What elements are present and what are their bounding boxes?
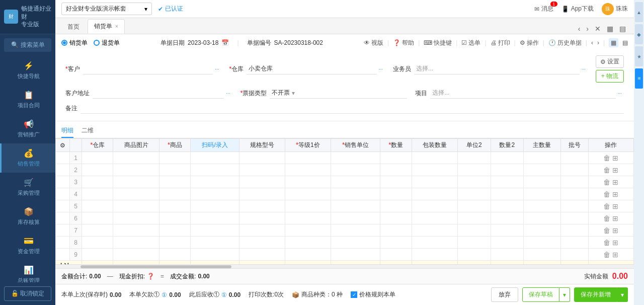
select-button[interactable]: ☑ 选单	[461, 39, 480, 47]
col-warehouse[interactable]: *仓库	[82, 139, 113, 152]
row-import-3[interactable]	[191, 176, 239, 188]
save-draft-dropdown[interactable]: ▾	[559, 287, 570, 302]
right-panel-btn-1[interactable]: ▲	[635, 2, 643, 22]
save-draft-button[interactable]: 保存草稿	[522, 287, 559, 302]
price-check-item[interactable]: ✓ 价格规则本单	[351, 290, 395, 299]
right-panel-btn-4[interactable]: ≡	[635, 68, 643, 89]
row-import-4[interactable]	[191, 188, 239, 200]
tab-expand-button[interactable]: ▤	[617, 24, 628, 34]
message-button[interactable]: ✉ 1 消息	[534, 5, 553, 13]
search-menu-button[interactable]: 🔍 搜索菜单	[4, 38, 51, 52]
row-product-1[interactable]	[159, 152, 190, 164]
calendar-icon[interactable]: 📅	[221, 39, 229, 46]
col-settings[interactable]: ⚙	[56, 139, 70, 152]
row-warehouse-8[interactable]	[82, 237, 113, 249]
row-warehouse-7[interactable]	[82, 224, 113, 237]
row-delete-icon-3[interactable]: 🗑	[603, 178, 610, 186]
row-product-4[interactable]	[159, 188, 190, 200]
warehouse-select-icon[interactable]: ···	[377, 66, 385, 72]
sidebar-item-inventory[interactable]: 📦库存核算	[0, 202, 55, 231]
help-button[interactable]: ❓ 帮助	[393, 39, 414, 47]
app-download-button[interactable]: 📱 App下载	[561, 5, 594, 13]
sidebar-item-project[interactable]: 📋项目合同	[0, 85, 55, 114]
row-qty-7[interactable]	[380, 224, 412, 237]
row-product-6[interactable]	[159, 212, 190, 224]
tab-home[interactable]: 首页	[61, 20, 86, 34]
warehouse-input[interactable]: 小卖仓库	[247, 63, 377, 74]
sidebar-item-accounting[interactable]: 📊总账管理	[0, 260, 55, 282]
col-sale-unit[interactable]: *销售单位	[331, 139, 380, 152]
row-product-3[interactable]	[159, 176, 190, 188]
row-warehouse-2[interactable]	[82, 164, 113, 176]
history-button[interactable]: 🕐 历史单据	[548, 39, 582, 47]
company-selector[interactable]: 好业财专业版演示帐套 ▾	[61, 3, 152, 15]
row-delete-icon-6[interactable]: 🗑	[603, 214, 610, 222]
row-product-7[interactable]	[159, 224, 190, 237]
row-warehouse-9[interactable]	[82, 249, 113, 261]
row-warehouse-6[interactable]	[82, 212, 113, 224]
row-copy-icon-3[interactable]: ⊞	[612, 178, 618, 186]
col-batch-import[interactable]: 扫码/录入	[191, 139, 239, 152]
row-copy-icon-2[interactable]: ⊞	[612, 166, 618, 174]
salesperson-select-icon[interactable]: ···	[580, 66, 588, 72]
col-quantity[interactable]: *数量	[380, 139, 412, 152]
row-copy-icon-8[interactable]: ⊞	[612, 239, 618, 247]
row-import-5[interactable]	[191, 200, 239, 212]
row-import-8[interactable]	[191, 237, 239, 249]
row-warehouse-4[interactable]	[82, 188, 113, 200]
tab-next-button[interactable]: ›	[584, 24, 591, 34]
tab-detail[interactable]: 明细	[61, 124, 73, 138]
tab-list-button[interactable]: ▦	[605, 24, 615, 34]
col-product[interactable]: *商品	[159, 139, 190, 152]
row-qty-4[interactable]	[380, 188, 412, 200]
tab-prev-button[interactable]: ‹	[576, 24, 583, 34]
tab-close-all-button[interactable]: ✕	[593, 24, 603, 34]
radio-return[interactable]: 退货单	[94, 39, 120, 47]
customer-input[interactable]	[83, 63, 213, 74]
row-copy-icon-9[interactable]: ⊞	[612, 251, 618, 259]
row-delete-icon-1[interactable]: 🗑	[603, 154, 610, 162]
project-select-icon[interactable]: ···	[616, 91, 624, 96]
address-input[interactable]	[93, 88, 224, 99]
tab-dimension[interactable]: 二维	[82, 124, 94, 138]
invoice-select[interactable]: 不开票 ▾	[270, 88, 407, 99]
save-new-button[interactable]: 保存并新增	[574, 287, 617, 302]
horizontal-scrollbar[interactable]	[55, 264, 634, 268]
customer-select-icon[interactable]: ···	[213, 66, 221, 72]
sidebar-item-sales[interactable]: 💰销售管理	[0, 143, 55, 173]
print-button[interactable]: 🖨 打印	[491, 39, 510, 47]
sidebar-item-purchase[interactable]: 🛒采购管理	[0, 173, 55, 202]
row-product-5[interactable]	[159, 200, 190, 212]
row-qty-5[interactable]	[380, 200, 412, 212]
add-logistics-button[interactable]: + 物流	[596, 70, 624, 83]
grid-view-button[interactable]: ▦	[609, 38, 618, 47]
row-warehouse-5[interactable]	[82, 200, 113, 212]
row-qty-1[interactable]	[380, 152, 412, 164]
row-copy-icon-5[interactable]: ⊞	[612, 202, 618, 210]
row-qty-6[interactable]	[380, 212, 412, 224]
discard-button[interactable]: 放弃	[491, 287, 518, 302]
row-qty-3[interactable]	[380, 176, 412, 188]
right-panel-btn-2[interactable]: ◆	[635, 24, 643, 44]
row-warehouse-3[interactable]	[82, 176, 113, 188]
address-select-icon[interactable]: ···	[224, 91, 232, 96]
save-new-dropdown[interactable]: ▾	[617, 287, 628, 302]
row-delete-icon-7[interactable]: 🗑	[603, 226, 610, 235]
note-input[interactable]	[80, 103, 624, 114]
scrollbar-thumb[interactable]	[80, 265, 231, 268]
row-qty-8[interactable]	[380, 237, 412, 249]
row-product-2[interactable]	[159, 164, 190, 176]
row-import-1[interactable]	[191, 152, 239, 164]
list-view-button[interactable]: ▤	[622, 39, 628, 46]
sidebar-item-capital[interactable]: 💳资金管理	[0, 231, 55, 260]
nav-prev-button[interactable]: ‹	[591, 39, 593, 46]
setup-button[interactable]: ⚙ 设置	[596, 55, 624, 68]
date-value[interactable]: 2023-03-18	[188, 39, 218, 46]
row-copy-icon-6[interactable]: ⊞	[612, 214, 618, 222]
row-import-2[interactable]	[191, 164, 239, 176]
cancel-lock-button[interactable]: 🔓 取消锁定	[4, 286, 51, 301]
right-panel-btn-3[interactable]: ★	[635, 46, 643, 66]
sidebar-item-marketing[interactable]: 📢营销推广	[0, 114, 55, 143]
col-grade-price[interactable]: *等级1价	[285, 139, 331, 152]
salesperson-input[interactable]: 选择...	[414, 63, 580, 74]
